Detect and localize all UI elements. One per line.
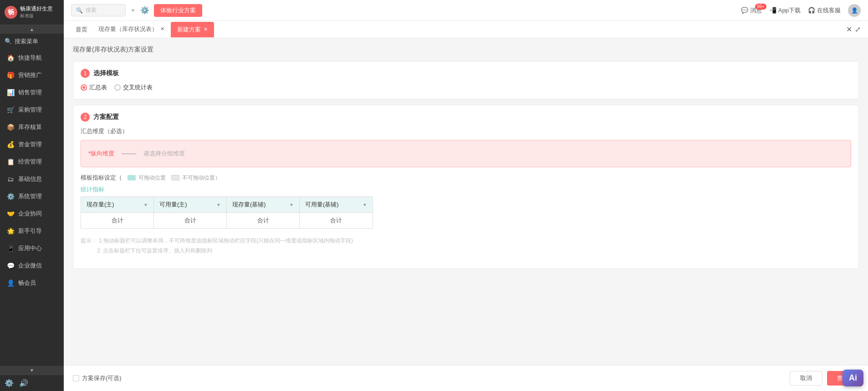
sidebar-item-inventory[interactable]: 📦 库存核算 — [0, 118, 64, 136]
sidebar-item-wechat[interactable]: 💬 企业微信 — [0, 257, 64, 274]
chevron-down-icon-1: ▼ — [216, 202, 221, 207]
stat-col-header-2[interactable]: 现存量(基辅) ▼ — [227, 197, 299, 213]
step2-card: 2 方案配置 汇总维度（必选） *纵向维度 —— 请选择分组维度 模板指标设定（… — [73, 105, 859, 269]
money-icon: 💰 — [6, 140, 15, 149]
sidebar-item-quick-nav[interactable]: 🏠 快捷导航 — [0, 49, 64, 67]
sidebar-scroll-up[interactable]: ▲ — [0, 25, 64, 34]
chevron-down-icon-0: ▼ — [143, 202, 148, 207]
sidebar-item-label: 系统管理 — [18, 192, 42, 201]
messages-badge: 99+ — [755, 4, 766, 10]
gift-icon: 🎁 — [6, 71, 15, 79]
stat-col-cell-2: 合计 — [227, 213, 299, 228]
stat-col-header-3[interactable]: 可用量(基辅) ▼ — [300, 197, 373, 213]
trial-btn[interactable]: 体验行业方案 — [154, 4, 202, 17]
bottom-bar: 方案保存(可选) 取消 查询 — [64, 365, 868, 391]
sidebar-item-label: 资金管理 — [18, 140, 42, 149]
tab-new-scheme-close[interactable]: ✕ — [204, 26, 208, 32]
step1-label: 1 选择模板 — [81, 69, 851, 78]
dimension-section: 汇总维度（必选） *纵向维度 —— 请选择分组维度 — [81, 127, 851, 167]
sidebar-item-sales[interactable]: 📊 销售管理 — [0, 84, 64, 101]
stat-col-header-0[interactable]: 现存量(主) ▼ — [81, 197, 153, 213]
stat-col-cell-1: 合计 — [154, 213, 226, 228]
sidebar-item-member[interactable]: 👤 畅会员 — [0, 274, 64, 292]
online-service-btn[interactable]: 🎧 在线客服 — [808, 6, 841, 15]
logo-icon: 畅 — [5, 6, 17, 19]
tab-new-scheme-label: 新建方案 — [177, 26, 201, 34]
stat-col-header-label-2: 现存量(基辅) — [232, 201, 266, 209]
sidebar-item-label: 销售管理 — [18, 88, 42, 97]
save-checkbox[interactable] — [73, 375, 79, 381]
sidebar-item-label: 企业协同 — [18, 210, 42, 218]
step1-title: 选择模板 — [93, 69, 119, 77]
sidebar-item-label: 应用中心 — [18, 244, 42, 252]
panel-close-btn[interactable]: ✕ — [846, 25, 852, 34]
stat-col-cell-0: 合计 — [81, 213, 153, 228]
topbar-right: 💬 消息 99+ 📲 App下载 🎧 在线客服 👤 — [741, 4, 861, 17]
sidebar-item-app-center[interactable]: 📱 应用中心 — [0, 240, 64, 257]
sidebar-item-label: 基础信息 — [18, 175, 42, 183]
sidebar-item-label: 库存核算 — [18, 123, 42, 131]
download-icon: 📲 — [769, 7, 776, 14]
sidebar-item-operations[interactable]: 📋 经营管理 — [0, 153, 64, 170]
sidebar-scroll-down[interactable]: ▼ — [0, 366, 64, 375]
stat-col-2: 现存量(基辅) ▼ 合计 — [227, 197, 300, 228]
sidebar-item-basic-info[interactable]: 🗂 基础信息 — [0, 170, 64, 188]
dimension-arrow-icon: —— — [122, 149, 136, 158]
panel-expand-btn[interactable]: ⤢ — [855, 25, 861, 34]
nodrag-legend-label: 不可拖动位置） — [182, 174, 220, 182]
sidebar-search-label: 搜索菜单 — [15, 37, 38, 46]
settings-footer-icon[interactable]: ⚙️ — [5, 379, 14, 387]
tab-home[interactable]: 首页 — [71, 22, 92, 37]
radio-summary[interactable]: 汇总表 — [81, 83, 107, 92]
sidebar-item-label: 快捷导航 — [18, 54, 42, 62]
sidebar-item-marketing[interactable]: 🎁 营销推广 — [0, 67, 64, 84]
radio-cross-label: 交叉统计表 — [123, 83, 153, 92]
sidebar-item-new-guide[interactable]: 🌟 新手引导 — [0, 222, 64, 240]
search-placeholder: 搜索 — [86, 6, 97, 14]
app-download-btn[interactable]: 📲 App下载 — [769, 6, 801, 15]
tip-line-1: 提示： 1.拖动标题栏可以调整布局，不可跨维度或指标区域拖动栏目字段(只能在同一… — [81, 236, 851, 246]
sidebar-item-purchase[interactable]: 🛒 采购管理 — [0, 101, 64, 118]
step2-label: 2 方案配置 — [81, 113, 851, 122]
sidebar-item-label: 营销推广 — [18, 71, 42, 79]
sidebar-search[interactable]: 🔍 搜索菜单 — [0, 34, 64, 49]
sidebar-item-label: 经营管理 — [18, 158, 42, 166]
chart-icon: 📊 — [6, 88, 15, 97]
tab-inventory[interactable]: 现存量（库存状况表） ✕ — [92, 21, 171, 38]
stat-col-header-1[interactable]: 可用量(主) ▼ — [154, 197, 226, 213]
drag-legend-box — [128, 175, 136, 180]
radio-summary-dot — [81, 84, 87, 91]
speaker-icon[interactable]: 🔊 — [19, 379, 28, 387]
sidebar-item-finance[interactable]: 💰 资金管理 — [0, 136, 64, 153]
tab-inventory-close[interactable]: ✕ — [160, 26, 164, 32]
tabs-bar: 首页 现存量（库存状况表） ✕ 新建方案 ✕ ✕ ⤢ — [64, 21, 868, 38]
step2-title: 方案配置 — [93, 113, 119, 121]
radio-cross-dot — [114, 84, 121, 91]
dimension-area[interactable]: *纵向维度 —— 请选择分组维度 — [81, 140, 851, 167]
drag-legend-label: 可拖动位置 — [138, 174, 166, 182]
ai-badge[interactable]: Ai — [842, 370, 863, 386]
sidebar: 畅 畅康通好生意 标准版 ▲ 🔍 搜索菜单 🏠 快捷导航 🎁 营销推广 📊 销售… — [0, 0, 64, 391]
tab-new-scheme[interactable]: 新建方案 ✕ — [171, 22, 214, 37]
messages-btn[interactable]: 💬 消息 99+ — [741, 6, 762, 15]
topbar-search-box[interactable]: 🔍 搜索 — [71, 4, 126, 16]
user-avatar[interactable]: 👤 — [848, 4, 861, 17]
sidebar-item-label: 采购管理 — [18, 106, 42, 114]
topbar-dropdown[interactable]: ▼ — [130, 7, 136, 14]
indicator-label-text: 模板指标设定（ — [81, 174, 122, 182]
box-icon: 📦 — [6, 123, 15, 131]
stat-col-header-label-0: 现存量(主) — [87, 201, 114, 209]
sidebar-item-cooperation[interactable]: 🤝 企业协同 — [0, 205, 64, 222]
stat-col-1: 可用量(主) ▼ 合计 — [154, 197, 227, 228]
mobile-icon: 📱 — [6, 244, 15, 252]
legend-drag: 可拖动位置 — [128, 174, 166, 182]
app-name: 畅康通好生意 — [20, 5, 53, 13]
sidebar-item-system[interactable]: ⚙️ 系统管理 — [0, 188, 64, 205]
chevron-down-icon-2: ▼ — [289, 202, 294, 207]
app-download-label: App下载 — [778, 6, 801, 15]
topbar: 🔍 搜索 ▼ ⚙️ 体验行业方案 💬 消息 99+ 📲 App下载 🎧 在线客服 — [64, 0, 868, 21]
radio-cross[interactable]: 交叉统计表 — [114, 83, 153, 92]
topbar-gear-icon[interactable]: ⚙️ — [140, 6, 149, 15]
indicator-label: 模板指标设定（ 可拖动位置 不可拖动位置） — [81, 174, 851, 182]
cancel-button[interactable]: 取消 — [790, 371, 822, 386]
